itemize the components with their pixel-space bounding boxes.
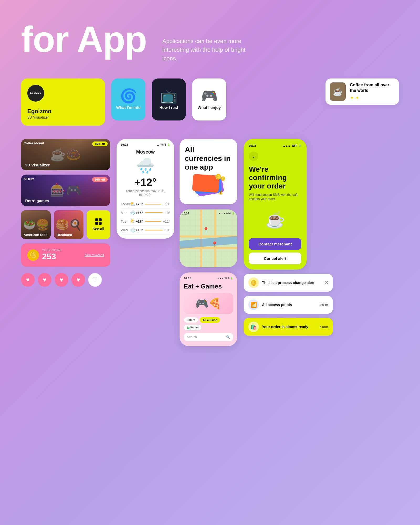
map-status-bar: 10:15 ▲▲▲ WiFi 🔋 (182, 212, 235, 215)
weather-row-mon: Mon 🌧️ +15° +9° (121, 208, 170, 217)
wr-lo-2: +11° (163, 219, 170, 223)
hearts-row: ♥ ♥ ♥ ♥ ♡ (21, 273, 110, 287)
wr-bar-1 (145, 212, 163, 213)
wr-day-0: Today (121, 202, 130, 206)
header-description: Applications can be even more interestin… (162, 37, 262, 63)
weather-temp: +12° (121, 176, 170, 188)
weather-row-tue: Tue 🌤️ +17° +11° (121, 217, 170, 226)
see-rewards-link[interactable]: See rewards (85, 253, 104, 257)
order-icon-row: ⌄ (249, 151, 301, 161)
rest-label: How I rest (159, 105, 178, 110)
icon-card-rest[interactable]: 📺 How I rest (152, 78, 186, 120)
coffee-donut-card[interactable]: ☕🍩 15% off Coffee+donut 3D Visualizer (21, 139, 110, 170)
wr-day-1: Mon (121, 211, 130, 215)
wr-lo-1: +9° (165, 211, 170, 215)
order-chevron-icon[interactable]: ⌄ (249, 151, 258, 161)
filter-btn-italian[interactable]: 🦕Italian (184, 324, 202, 330)
phones-row: 10:15 ▲WiFi🔋 Moscow 🌧️ +12° light precip… (117, 139, 237, 346)
eatgames-title: Eat + Games (184, 283, 233, 290)
filter-btn-filters[interactable]: Filters (184, 317, 198, 323)
wr-hi-2: +17° (136, 219, 143, 223)
map-phone: 📍 📍 10:15 ▲▲▲ WiFi 🔋 (180, 209, 237, 267)
weather-icon: 🌧️ (121, 157, 170, 174)
coin-icon: 🪙 (27, 249, 39, 261)
retro-label: Retro games (21, 195, 53, 206)
coffee-title: Coffee from all over the world (350, 82, 395, 93)
food-label-3d: 3D Visualizer (21, 160, 54, 170)
currency-icon-area: 🪙 🪙 💰 (185, 172, 232, 198)
retro-games-card[interactable]: 🎰🎮 All may 10% off Retro games (21, 175, 110, 206)
wifi-notification: 📶 All access points 20 m (244, 296, 333, 314)
breakfast-card[interactable]: 🥞🍳 Breakfast (54, 210, 83, 239)
icon-card-enjoy[interactable]: 🎮 What I enjoy (192, 78, 226, 120)
order-title: We're confirming your order (249, 165, 301, 191)
wr-bar-2 (145, 221, 161, 222)
weather-time: 10:15 (121, 143, 128, 146)
credit-card-stack: 🪙 🪙 💰 (193, 175, 224, 195)
notif-close-button[interactable]: ✕ (325, 280, 328, 285)
mid-right-column: All currencies in one app 🪙 🪙 💰 (180, 139, 237, 346)
weather-status-icons: ▲WiFi🔋 (157, 143, 170, 146)
eatgames-time: 10:15 (184, 277, 191, 280)
retro-badge-discount: 10% off (92, 177, 108, 182)
weather-phone: 10:15 ▲WiFi🔋 Moscow 🌧️ +12° light precip… (117, 139, 174, 239)
coffee-card[interactable]: ☕ Coffee from all over the world ✦ ✦ (326, 78, 399, 105)
coins-value: 253 (42, 252, 62, 261)
wr-lo-3: +8° (165, 228, 170, 232)
wr-hi-1: +15° (136, 211, 143, 215)
wr-icon-3: 🌧️ (130, 227, 136, 233)
wr-hi-0: +20° (136, 202, 143, 206)
heart-1[interactable]: ♥ (21, 273, 35, 287)
order-status-bar: 10:15 ▲▲▲WiFi🔋 (249, 144, 301, 147)
currency-title: All currencies in one app (185, 145, 232, 172)
notif-icon-bag: 🛍️ (248, 322, 259, 332)
wr-icon-2: 🌤️ (130, 218, 136, 224)
page-title: for App (21, 21, 146, 58)
currency-card: All currencies in one app 🪙 🪙 💰 (180, 139, 237, 204)
coffee-stars: ✦ ✦ (350, 95, 395, 101)
food-category: Coffee+donut (24, 141, 44, 145)
notif-text-order: Your order is almost ready (262, 325, 316, 329)
american-food-card[interactable]: 🥗🍔 American food (21, 210, 51, 239)
dots-grid-icon (95, 218, 102, 225)
cancel-alert-button[interactable]: Concel alert (249, 253, 301, 264)
weather-row-today: Today ⛅ +20° +13° (121, 200, 170, 208)
weather-status-bar: 10:15 ▲WiFi🔋 (121, 143, 170, 146)
see-all-button[interactable]: See all (87, 210, 110, 239)
weather-row-wed: Wed 🌧️ +18° +8° (121, 226, 170, 234)
notif-text-wifi: All access points (262, 303, 317, 307)
left-column: ☕🍩 15% off Coffee+donut 3D Visualizer 🎰🎮… (21, 139, 110, 287)
filter-btn-all-cuisine[interactable]: All cuisine (200, 317, 220, 323)
search-icon: 🔍 (226, 335, 230, 339)
main-content-row: ☕🍩 15% off Coffee+donut 3D Visualizer 🎰🎮… (21, 139, 399, 346)
eatgames-phone: 10:15 ▲▲▲ WiFi 🔋 Eat + Games 🎮🍕 Filters … (180, 272, 237, 346)
enjoy-icon: 🎮 (201, 89, 218, 103)
heart-4[interactable]: ♥ (71, 273, 85, 287)
heart-2[interactable]: ♥ (38, 273, 51, 287)
contact-merchant-button[interactable]: Contact merchant (249, 238, 301, 250)
icon-card-interests[interactable]: 🌀 What I'm into (111, 78, 145, 120)
search-placeholder: Search (187, 335, 197, 339)
order-ready-notification: 🛍️ Your order is almost ready 7 min (244, 318, 333, 336)
eatgames-search[interactable]: Search 🔍 (184, 333, 233, 341)
app-subtitle: 3D Visualizer (27, 115, 99, 119)
app-name: Egoizmo (27, 108, 99, 115)
process-alert-notification: 🪙 This is a process change alert ✕ (244, 274, 333, 292)
heart-3[interactable]: ♥ (55, 273, 68, 287)
wr-bar-0 (145, 204, 161, 204)
order-status-icons: ▲▲▲WiFi🔋 (283, 144, 301, 147)
app-icons-row: EGOIZMO Egoizmo 3D Visualizer 🌀 What I'm… (21, 78, 399, 126)
wr-day-3: Wed (121, 228, 130, 232)
notif-icon-wifi: 📶 (248, 300, 259, 310)
map-pin-2: 📍 (211, 241, 218, 248)
wr-icon-0: ⛅ (130, 201, 136, 207)
coin-float-3: 💰 (218, 190, 223, 195)
egoizmo-card[interactable]: EGOIZMO Egoizmo 3D Visualizer (21, 78, 105, 126)
american-food-label: American food (21, 231, 50, 239)
enjoy-label: What I enjoy (198, 105, 221, 110)
interests-label: What I'm into (116, 105, 141, 110)
heart-5[interactable]: ♡ (88, 273, 102, 287)
app-logo: EGOIZMO (27, 85, 44, 102)
map-status-icons: ▲▲▲ WiFi 🔋 (218, 212, 235, 215)
map-road-vertical (200, 209, 202, 267)
